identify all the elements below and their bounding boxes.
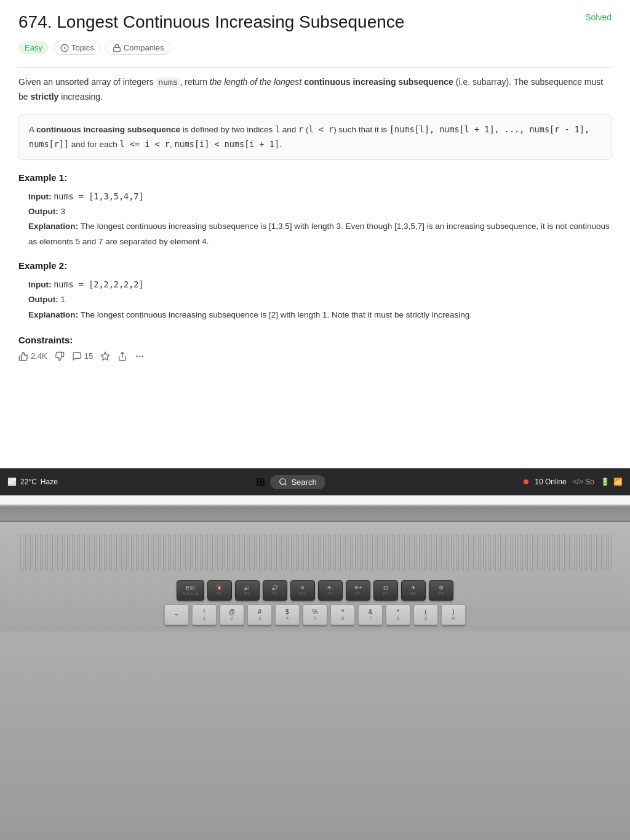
lock-icon: [113, 44, 121, 52]
taskbar-center: ⊞ Search: [58, 475, 524, 489]
online-count: 10 Online: [535, 478, 566, 486]
example-1: Example 1: Input: nums = [1,3,5,4,7] Out…: [18, 172, 612, 249]
constraints-section: Constraints: 2.4K: [18, 335, 612, 361]
key-f4[interactable]: ✕ F4: [290, 580, 315, 601]
key-0[interactable]: )0: [441, 604, 466, 625]
key-f6[interactable]: ☀+ F6: [346, 580, 370, 601]
definition-box: A continuous increasing subsequence is d…: [18, 114, 612, 160]
weather-desc: Haze: [41, 478, 58, 486]
search-icon: [279, 478, 287, 486]
solved-badge: Solved: [585, 12, 612, 22]
taskbar: 🌫️ 22°C Haze ⊞ Search 10 Online </> So 🔋…: [0, 468, 630, 495]
weather-icon: 🌫️: [7, 478, 17, 486]
key-f8[interactable]: ✈ F8: [401, 580, 426, 601]
likes-stat[interactable]: 2.4K: [18, 351, 47, 361]
topics-tag[interactable]: Topics: [54, 41, 101, 55]
problem-description: Given an unsorted array of integers nums…: [18, 75, 612, 105]
screen: Solved 674. Longest Continuous Increasin…: [0, 0, 630, 505]
example-2: Example 2: Input: nums = [2,2,2,2,2] Out…: [18, 260, 612, 322]
svg-marker-2: [102, 352, 110, 360]
star-icon: [100, 351, 110, 361]
keyboard-rows: Esc FnLock 🔇 F1 🔉 F2 🔊 F3 ✕ F4: [18, 580, 612, 625]
problem-title: 674. Longest Continuous Increasing Subse…: [18, 12, 612, 32]
key-tilde[interactable]: ~: [164, 604, 189, 625]
system-tray: 🔋 📶: [600, 478, 623, 486]
speaker-grille: [18, 534, 612, 571]
topics-icon: [60, 44, 69, 52]
key-8[interactable]: *8: [386, 604, 410, 625]
star-stat[interactable]: [100, 351, 110, 361]
key-3[interactable]: #3: [247, 604, 272, 625]
example-1-output: Output: 3: [28, 204, 612, 219]
key-f7[interactable]: ⊟ F7: [373, 580, 398, 601]
code-label: </> So: [573, 478, 594, 486]
function-key-row: Esc FnLock 🔇 F1 🔉 F2 🔊 F3 ✕ F4: [18, 580, 612, 601]
example-2-output: Output: 1: [28, 292, 612, 307]
difficulty-tag[interactable]: Easy: [18, 41, 49, 54]
key-2[interactable]: @2: [220, 604, 244, 625]
example-2-title: Example 2:: [18, 260, 612, 271]
number-key-row: ~ !1 @2 #3 $4 %5 ^6 &7 *8 (9 )0: [18, 604, 612, 625]
svg-point-6: [137, 356, 137, 356]
laptop-hinge: [0, 506, 630, 522]
divider: [18, 67, 612, 68]
svg-point-5: [142, 356, 143, 356]
key-f3[interactable]: 🔊 F3: [263, 580, 287, 601]
laptop-body: Esc FnLock 🔇 F1 🔉 F2 🔊 F3 ✕ F4: [0, 505, 630, 840]
windows-icon[interactable]: ⊞: [256, 475, 265, 489]
example-1-title: Example 1:: [18, 172, 612, 183]
taskbar-left: 🌫️ 22°C Haze: [7, 478, 58, 486]
taskbar-search[interactable]: Search: [270, 475, 325, 489]
svg-rect-1: [114, 47, 121, 51]
key-1[interactable]: !1: [192, 604, 217, 625]
like-icon: [18, 351, 28, 361]
weather-temp: 22°C: [20, 478, 37, 486]
battery-icon: 🔋: [600, 478, 610, 486]
key-esc[interactable]: Esc FnLock: [177, 580, 204, 601]
example-1-content: Input: nums = [1,3,5,4,7] Output: 3 Expl…: [18, 189, 612, 249]
key-6[interactable]: ^6: [330, 604, 355, 625]
definition-text: A continuous increasing subsequence is d…: [29, 122, 601, 152]
dislike-stat[interactable]: [55, 351, 65, 361]
browser-content: Solved 674. Longest Continuous Increasin…: [0, 0, 630, 480]
svg-point-4: [140, 356, 140, 356]
share-icon: [118, 351, 127, 361]
more-icon: [135, 351, 145, 361]
wifi-icon: 📶: [613, 478, 623, 486]
dislike-icon: [55, 351, 65, 361]
tags-row: Easy Topics Companies: [18, 41, 612, 55]
key-f9[interactable]: ⚙ F9: [429, 580, 453, 601]
example-1-input: Input: nums = [1,3,5,4,7]: [28, 189, 612, 204]
more-stat[interactable]: [135, 351, 145, 361]
comments-stat[interactable]: 15: [72, 351, 93, 361]
key-f2[interactable]: 🔉 F2: [235, 580, 260, 601]
comment-icon: [72, 351, 82, 361]
key-5[interactable]: %5: [303, 604, 327, 625]
key-f5[interactable]: ☀- F5: [318, 580, 343, 601]
key-7[interactable]: &7: [358, 604, 383, 625]
key-f1[interactable]: 🔇 F1: [207, 580, 232, 601]
example-2-input: Input: nums = [2,2,2,2,2]: [28, 277, 612, 292]
online-dot: [524, 478, 528, 486]
key-9[interactable]: (9: [413, 604, 438, 625]
share-stat[interactable]: [118, 351, 127, 361]
constraints-title: Constraints:: [18, 335, 612, 345]
svg-point-7: [280, 479, 285, 484]
bottom-bar: 2.4K 15: [18, 351, 612, 361]
example-2-content: Input: nums = [2,2,2,2,2] Output: 1 Expl…: [18, 277, 612, 322]
taskbar-right: 10 Online </> So 🔋 📶: [524, 478, 623, 486]
example-2-explanation: Explanation: The longest continuous incr…: [28, 308, 612, 322]
keyboard-area: Esc FnLock 🔇 F1 🔉 F2 🔊 F3 ✕ F4: [0, 522, 630, 631]
companies-tag[interactable]: Companies: [106, 41, 171, 55]
key-4[interactable]: $4: [275, 604, 300, 625]
example-1-explanation: Explanation: The longest continuous incr…: [28, 219, 612, 249]
